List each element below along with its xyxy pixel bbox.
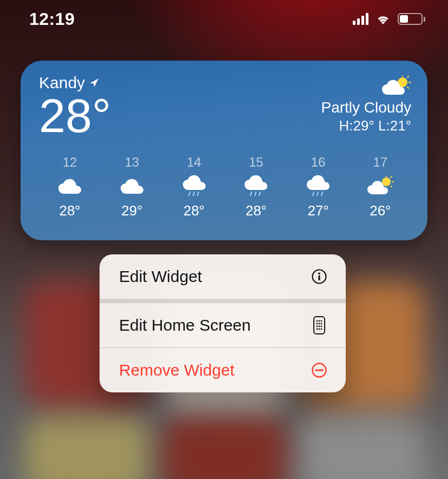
menu-item-label: Edit Widget [119,267,202,286]
menu-separator [100,299,346,303]
menu-item-label: Edit Home Screen [119,316,251,334]
svg-point-28 [321,323,322,325]
cloud-rain-icon [182,175,207,197]
hourly-temp: 28° [59,202,80,219]
svg-point-14 [382,178,391,186]
cloud-rain-icon [306,175,331,197]
svg-rect-22 [314,317,325,334]
svg-point-32 [317,329,318,330]
hourly-hour: 16 [311,155,326,170]
hourly-temp: 26° [370,202,391,219]
svg-point-34 [321,329,322,330]
status-indicators [353,13,425,25]
weather-condition: Partly Cloudy [321,99,411,116]
hourly-slot: 14 28° [163,155,225,219]
hourly-hour: 12 [63,155,77,170]
svg-line-12 [317,192,318,195]
weather-widget[interactable]: Kandy 28° [21,61,427,240]
svg-line-5 [189,192,190,195]
hourly-slot: 15 28° [225,155,287,219]
partly-cloudy-icon [321,75,411,97]
menu-item-remove-widget[interactable]: Remove Widget [100,348,346,392]
cellular-signal-icon [353,13,368,25]
hourly-hour: 15 [249,155,263,170]
svg-rect-21 [318,275,320,281]
svg-point-23 [317,320,318,322]
hourly-slot: 13 29° [101,155,163,219]
hourly-temp: 28° [246,202,267,219]
cloud-icon [120,175,144,197]
svg-point-20 [318,272,320,274]
battery-icon [398,13,425,25]
hourly-temp: 27° [307,202,328,219]
svg-point-25 [321,320,322,322]
info-circle-icon [310,267,328,286]
weather-hourly-forecast: 12 28° 13 29° 14 28° 15 [39,155,411,219]
svg-point-27 [319,323,320,325]
partly-cloudy-icon [366,175,394,197]
cloud-rain-icon [243,175,268,197]
svg-line-13 [321,192,322,195]
hourly-slot: 16 27° [287,155,349,219]
status-time: 12:19 [29,9,75,29]
menu-item-label: Remove Widget [119,361,234,379]
svg-line-7 [197,192,199,195]
minus-circle-icon [310,361,328,379]
hourly-temp: 28° [183,202,205,219]
svg-line-3 [407,76,409,77]
svg-point-29 [317,326,318,327]
svg-line-18 [391,186,392,187]
status-bar: 12:19 [0,0,448,38]
svg-point-31 [321,326,322,327]
hourly-slot: 12 28° [39,155,101,219]
apps-grid-icon [310,316,328,334]
menu-item-edit-home-screen[interactable]: Edit Home Screen [100,303,346,347]
svg-line-8 [251,192,252,195]
svg-point-26 [317,323,318,325]
svg-line-11 [313,192,314,195]
svg-line-17 [391,177,392,178]
svg-line-4 [407,87,409,88]
svg-line-9 [255,192,256,195]
weather-high-low: H:29° L:21° [321,117,411,134]
svg-point-30 [319,326,320,327]
menu-item-edit-widget[interactable]: Edit Widget [100,254,346,299]
cloud-icon [57,175,82,197]
location-arrow-icon [89,77,100,88]
hourly-hour: 13 [125,155,140,170]
hourly-hour: 14 [187,155,201,170]
hourly-hour: 17 [373,155,388,170]
widget-context-menu: Edit Widget Edit Home Screen [100,254,346,392]
wifi-icon [375,13,391,25]
svg-point-24 [319,320,320,322]
hourly-slot: 17 26° [350,155,411,219]
svg-line-10 [259,192,260,195]
hourly-temp: 29° [121,202,142,219]
svg-point-33 [319,329,320,330]
weather-current-temp: 28° [39,92,111,140]
svg-line-6 [193,192,194,195]
